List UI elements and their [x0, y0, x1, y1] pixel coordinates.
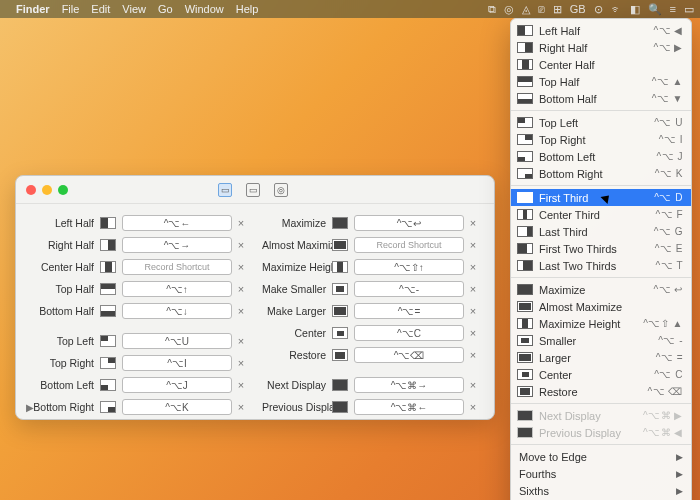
- shortcut-field[interactable]: ^⌥↩: [354, 215, 464, 231]
- menu-item-center-third[interactable]: Center Third^⌥ F: [511, 206, 691, 223]
- shortcut-field[interactable]: Record Shortcut: [354, 237, 464, 253]
- menu-item-first-two-thirds[interactable]: First Two Thirds^⌥ E: [511, 240, 691, 257]
- menubar-status-icon[interactable]: 🔍: [648, 3, 662, 15]
- menubar-status-icon[interactable]: ◬: [522, 3, 530, 15]
- menu-item-smaller[interactable]: Smaller^⌥ -: [511, 332, 691, 349]
- clear-shortcut-button[interactable]: ×: [234, 217, 248, 229]
- menu-item-label: Top Right: [539, 134, 659, 146]
- disclosure-toggle[interactable]: ▶: [26, 402, 34, 413]
- clear-shortcut-button[interactable]: ×: [234, 261, 248, 273]
- clear-shortcut-button[interactable]: ×: [466, 327, 480, 339]
- menu-item-larger[interactable]: Larger^⌥ =: [511, 349, 691, 366]
- menu-item-center-half[interactable]: Center Half: [511, 56, 691, 73]
- clear-shortcut-button[interactable]: ×: [234, 305, 248, 317]
- shortcut-row: Top Left^⌥U×: [30, 332, 248, 350]
- menu-edit[interactable]: Edit: [91, 3, 110, 15]
- menu-item-center[interactable]: Center^⌥ C: [511, 366, 691, 383]
- shortcut-field[interactable]: ^⌥←: [122, 215, 232, 231]
- menu-item-top-right[interactable]: Top Right^⌥ I: [511, 131, 691, 148]
- clear-shortcut-button[interactable]: ×: [234, 379, 248, 391]
- menu-item-maximize-height[interactable]: Maximize Height^⌥⇧ ▲: [511, 315, 691, 332]
- shortcut-field[interactable]: ^⌥⌘→: [354, 377, 464, 393]
- clear-shortcut-button[interactable]: ×: [466, 349, 480, 361]
- menu-item-restore[interactable]: Restore^⌥ ⌫: [511, 383, 691, 400]
- menu-item-almost-maximize[interactable]: Almost Maximize: [511, 298, 691, 315]
- menu-item-move-to-edge[interactable]: Move to Edge▶: [511, 448, 691, 465]
- menu-view[interactable]: View: [122, 3, 146, 15]
- clear-shortcut-button[interactable]: ×: [234, 239, 248, 251]
- position-glyph-icon: [332, 401, 348, 413]
- menu-finder[interactable]: Finder: [16, 3, 50, 15]
- menubar-status-icon[interactable]: ⧉: [488, 3, 496, 15]
- shortcut-field[interactable]: ^⌥I: [122, 355, 232, 371]
- shortcut-field[interactable]: ^⌥K: [122, 399, 232, 415]
- position-glyph-icon: [517, 386, 533, 397]
- tab-snapping[interactable]: ▭: [246, 183, 260, 197]
- clear-shortcut-button[interactable]: ×: [466, 379, 480, 391]
- shortcut-field[interactable]: ^⌥J: [122, 377, 232, 393]
- menubar-status-icon[interactable]: ◧: [630, 3, 640, 15]
- shortcut-field[interactable]: ^⌥⌫: [354, 347, 464, 363]
- shortcut-field[interactable]: ^⌥⇧↑: [354, 259, 464, 275]
- position-glyph-icon: [100, 239, 116, 251]
- menu-item-bottom-left[interactable]: Bottom Left^⌥ J: [511, 148, 691, 165]
- menu-item-top-left[interactable]: Top Left^⌥ U: [511, 114, 691, 131]
- clear-shortcut-button[interactable]: ×: [234, 335, 248, 347]
- minimize-button[interactable]: [42, 185, 52, 195]
- shortcut-field[interactable]: ^⌥↑: [122, 281, 232, 297]
- menu-item-bottom-right[interactable]: Bottom Right^⌥ K: [511, 165, 691, 182]
- menubar-status-icon[interactable]: ᯤ: [611, 3, 622, 15]
- menu-item-last-two-thirds[interactable]: Last Two Thirds^⌥ T: [511, 257, 691, 274]
- shortcut-field[interactable]: ^⌥↓: [122, 303, 232, 319]
- menu-item-first-third[interactable]: First Third^⌥ D: [511, 189, 691, 206]
- menubar-status-icon[interactable]: ≡: [670, 3, 676, 15]
- menubar-status-icon[interactable]: ◎: [504, 3, 514, 15]
- zoom-button[interactable]: [58, 185, 68, 195]
- clear-shortcut-button[interactable]: ×: [234, 357, 248, 369]
- tab-settings[interactable]: ◎: [274, 183, 288, 197]
- menu-item-label: Bottom Right: [539, 168, 655, 180]
- clear-shortcut-button[interactable]: ×: [466, 261, 480, 273]
- position-glyph-icon: [332, 283, 348, 295]
- menu-item-last-third[interactable]: Last Third^⌥ G: [511, 223, 691, 240]
- clear-shortcut-button[interactable]: ×: [466, 217, 480, 229]
- menu-item-label: Maximize: [539, 284, 654, 296]
- clear-shortcut-button[interactable]: ×: [466, 401, 480, 413]
- tab-shortcuts[interactable]: ▭: [218, 183, 232, 197]
- shortcut-field[interactable]: ^⌥C: [354, 325, 464, 341]
- menubar-status-icon[interactable]: ⊞: [553, 3, 562, 15]
- menubar-status-icon[interactable]: ⎚: [538, 3, 545, 15]
- shortcut-field[interactable]: ^⌥⌘←: [354, 399, 464, 415]
- menu-item-right-half[interactable]: Right Half^⌥ ▶: [511, 39, 691, 56]
- clear-shortcut-button[interactable]: ×: [466, 283, 480, 295]
- clear-shortcut-button[interactable]: ×: [466, 305, 480, 317]
- menubar-status-icon[interactable]: ⊙: [594, 3, 603, 15]
- menu-item-maximize[interactable]: Maximize^⌥ ↩: [511, 281, 691, 298]
- position-glyph-icon: [100, 305, 116, 317]
- menubar-status-icon[interactable]: GB: [570, 3, 586, 15]
- shortcut-field[interactable]: ^⌥=: [354, 303, 464, 319]
- menu-file[interactable]: File: [62, 3, 80, 15]
- shortcut-field[interactable]: ^⌥U: [122, 333, 232, 349]
- clear-shortcut-button[interactable]: ×: [466, 239, 480, 251]
- menu-item-left-half[interactable]: Left Half^⌥ ◀: [511, 22, 691, 39]
- menu-item-top-half[interactable]: Top Half^⌥ ▲: [511, 73, 691, 90]
- menu-item-bottom-half[interactable]: Bottom Half^⌥ ▼: [511, 90, 691, 107]
- menu-help[interactable]: Help: [236, 3, 259, 15]
- shortcut-field[interactable]: Record Shortcut: [122, 259, 232, 275]
- menu-go[interactable]: Go: [158, 3, 173, 15]
- shortcut-field[interactable]: ^⌥-: [354, 281, 464, 297]
- menu-window[interactable]: Window: [185, 3, 224, 15]
- clear-shortcut-button[interactable]: ×: [234, 283, 248, 295]
- menu-item-label: Next Display: [539, 410, 643, 422]
- menu-shortcut: ^⌥ ▶: [654, 42, 683, 53]
- clear-shortcut-button[interactable]: ×: [234, 401, 248, 413]
- menubar-status-icon[interactable]: ▭: [684, 3, 694, 15]
- position-glyph-icon: [517, 260, 533, 271]
- shortcut-label: Bottom Left: [30, 379, 100, 391]
- menu-item-fourths[interactable]: Fourths▶: [511, 465, 691, 482]
- shortcut-field[interactable]: ^⌥→: [122, 237, 232, 253]
- close-button[interactable]: [26, 185, 36, 195]
- shortcuts-column-left: Left Half^⌥←×Right Half^⌥→×Center HalfRe…: [30, 214, 248, 420]
- menu-item-sixths[interactable]: Sixths▶: [511, 482, 691, 499]
